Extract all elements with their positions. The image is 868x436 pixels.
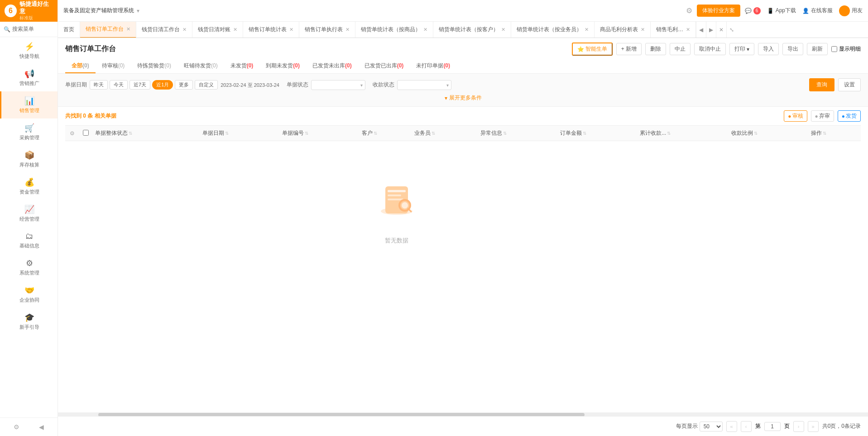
tab-close-goods-stat-staff[interactable]: ✕ <box>585 27 589 33</box>
date-filter-btn-recent1month[interactable]: 近1月 <box>152 80 173 90</box>
per-page-select[interactable]: 102050100 <box>700 422 723 431</box>
tab-close-sales-stat[interactable]: ✕ <box>289 27 293 33</box>
sub-tab-shipped-out[interactable]: 已发货已出库(0) <box>358 59 410 73</box>
sub-tab-unshipped[interactable]: 未发货(0) <box>224 59 260 73</box>
tab-goods-stat-customer[interactable]: 销货单统计表（按客户）✕ <box>433 22 511 38</box>
tab-scroll-left[interactable]: ◀ <box>696 22 706 38</box>
stop-btn[interactable]: 中止 <box>670 43 691 55</box>
topbar-app-download[interactable]: 📱 App下载 <box>767 7 796 14</box>
topbar-online-service[interactable]: 👤 在线客服 <box>802 7 833 14</box>
sub-tab-label-unprinted: 未打印单据 <box>416 62 443 69</box>
sub-tab-pending-review[interactable]: 待审核(0) <box>96 59 131 73</box>
sidebar-item-sales[interactable]: 📊销售管理 <box>0 91 58 118</box>
sidebar-item-enterprise[interactable]: 🤝企业协同 <box>0 281 58 308</box>
status-select[interactable] <box>311 80 365 90</box>
sidebar-item-marketing[interactable]: 📢营销推广 <box>0 64 58 91</box>
tab-sales-profit[interactable]: 销售毛利…✕ <box>651 22 696 38</box>
sub-tab-pending-inspect[interactable]: 待拣货验货(0) <box>131 59 177 73</box>
tab-close-goods-stat-customer[interactable]: ✕ <box>501 27 505 33</box>
sub-tab-wangpu-pending[interactable]: 旺铺待发货(0) <box>177 59 224 73</box>
export-btn[interactable]: 导出 <box>782 43 803 55</box>
set-btn[interactable]: 设置 <box>838 78 861 91</box>
delete-btn[interactable]: 删除 <box>645 43 666 55</box>
sidebar-item-base-info[interactable]: 🗂基础信息 <box>0 227 58 254</box>
tab-goods-stat-staff[interactable]: 销货单统计表（按业务员）✕ <box>511 22 595 38</box>
sort-icon-exception[interactable]: ⇅ <box>503 131 507 136</box>
sub-tab-shipped-not-out[interactable]: 已发货未出库(0) <box>306 59 358 73</box>
trial-btn[interactable]: 体验行业方案 <box>697 5 740 17</box>
sub-tab-overdue-unshipped[interactable]: 到期未发货(0) <box>259 59 306 73</box>
tab-cash-reconcile[interactable]: 钱货日清对账✕ <box>192 22 243 38</box>
payment-select[interactable] <box>397 80 451 90</box>
tab-close-sales-exec[interactable]: ✕ <box>345 27 350 33</box>
query-btn[interactable]: 查询 <box>809 78 834 91</box>
tab-close-cash-daily[interactable]: ✕ <box>182 27 187 33</box>
page-last-btn[interactable]: » <box>808 421 819 432</box>
date-filter-btn-recent7[interactable]: 近7天 <box>129 80 150 90</box>
sidebar-item-finance[interactable]: 💰资金管理 <box>0 173 58 200</box>
tab-scroll-right[interactable]: ▶ <box>706 22 716 38</box>
import-btn[interactable]: 导入 <box>758 43 779 55</box>
sort-icon-customer[interactable]: ⇅ <box>374 131 377 136</box>
sidebar-search[interactable]: 🔍 搜索菜单 <box>0 22 58 37</box>
print-btn[interactable]: 打印 ▾ <box>729 43 754 55</box>
show-detail-checkbox-wrap[interactable]: 显示明细 <box>831 45 861 53</box>
tab-close-gross-profit[interactable]: ✕ <box>641 27 645 33</box>
sidebar-item-operations[interactable]: 📈经营管理 <box>0 200 58 227</box>
tab-goods-stat-product[interactable]: 销货单统计表（按商品）✕ <box>355 22 433 38</box>
sort-icon-no[interactable]: ⇅ <box>305 131 308 136</box>
sort-icon-date[interactable]: ⇅ <box>225 131 229 136</box>
sidebar-item-newbie[interactable]: 🎓新手引导 <box>0 308 58 335</box>
tab-label-home: 首页 <box>63 26 74 33</box>
tab-close-goods-stat-product[interactable]: ✕ <box>423 27 427 33</box>
smart-btn[interactable]: ⭐ 智能生单 <box>572 43 613 56</box>
sidebar-item-sys-mgmt[interactable]: ⚙系统管理 <box>0 254 58 281</box>
tab-close-cash-reconcile[interactable]: ✕ <box>233 27 237 33</box>
add-btn[interactable]: + 新增 <box>616 43 642 55</box>
tab-sales-workbench[interactable]: 销售订单工作台✕ <box>80 22 136 38</box>
ship-btn[interactable]: ● 发货 <box>838 110 861 122</box>
sidebar-item-quick-nav[interactable]: ⚡快捷导航 <box>0 37 58 64</box>
sort-icon-amount[interactable]: ⇅ <box>583 131 586 136</box>
page-prev-btn[interactable]: ‹ <box>741 421 752 432</box>
tab-sales-stat[interactable]: 销售订单统计表✕ <box>243 22 299 38</box>
tab-close-sales-workbench[interactable]: ✕ <box>126 26 130 32</box>
revoke-btn[interactable]: ● 弃审 <box>811 110 834 122</box>
inventory-label: 库存核算 <box>19 161 39 168</box>
topbar-message[interactable]: 💬 6 <box>745 7 761 14</box>
tab-home[interactable]: 首页 <box>58 22 80 38</box>
table-settings-icon[interactable]: ⚙ <box>70 130 75 137</box>
sidebar-item-purchase[interactable]: 🛒采购管理 <box>0 118 58 146</box>
expand-filter-btn[interactable]: ▾ 展开更多条件 <box>445 94 482 102</box>
refresh-btn[interactable]: 刷新 <box>807 43 828 55</box>
sort-icon-status[interactable]: ⇅ <box>129 131 132 136</box>
tab-sales-exec[interactable]: 销售订单执行表✕ <box>299 22 355 38</box>
page-next-btn[interactable]: › <box>793 421 804 432</box>
tab-close-all[interactable]: ✕ <box>716 22 726 38</box>
sidebar-item-inventory[interactable]: 📦库存核算 <box>0 146 58 173</box>
select-all-checkbox[interactable] <box>83 130 89 136</box>
page-input[interactable] <box>764 422 781 431</box>
cancel-stop-btn[interactable]: 取消中止 <box>694 43 726 55</box>
sub-tab-unprinted[interactable]: 未打印单据(0) <box>410 59 456 73</box>
sort-icon-ratio[interactable]: ⇅ <box>754 131 758 136</box>
tab-cash-daily[interactable]: 钱货日清工作台✕ <box>136 22 192 38</box>
audit-btn[interactable]: ● 审核 <box>784 110 807 122</box>
sort-icon-salesperson[interactable]: ⇅ <box>432 131 435 136</box>
sidebar-settings-btn[interactable]: ⚙ <box>12 422 21 432</box>
topbar-settings-icon[interactable]: ⚙ <box>686 6 692 15</box>
topbar-user[interactable]: 用友 <box>839 5 863 16</box>
date-filter-btn-yesterday[interactable]: 昨天 <box>90 80 108 90</box>
tab-gross-profit[interactable]: 商品毛利分析表✕ <box>595 22 651 38</box>
date-filter-btn-today[interactable]: 今天 <box>110 80 128 90</box>
show-detail-checkbox[interactable] <box>831 46 837 52</box>
sort-icon-received[interactable]: ⇅ <box>667 131 671 136</box>
sort-icon-action[interactable]: ⇅ <box>823 131 826 136</box>
date-filter-btn-more[interactable]: 更多 <box>175 80 193 90</box>
tab-expand[interactable]: ⤡ <box>726 22 737 38</box>
page-first-btn[interactable]: « <box>726 421 737 432</box>
date-filter-btn-custom[interactable]: 自定义 <box>195 80 218 90</box>
tab-close-sales-profit[interactable]: ✕ <box>686 27 690 33</box>
sidebar-collapse-btn[interactable]: ◀ <box>37 422 46 432</box>
sub-tab-all[interactable]: 全部(0) <box>65 59 96 73</box>
